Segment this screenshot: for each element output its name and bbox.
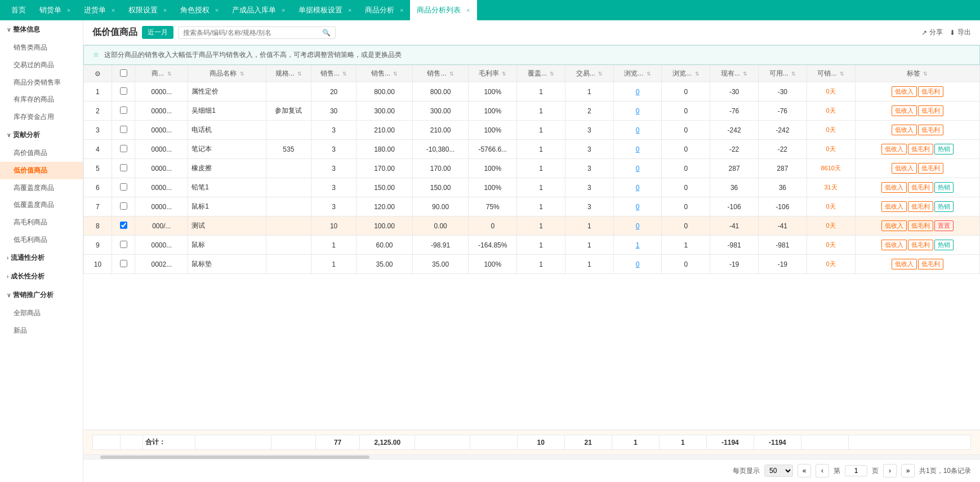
- stock-current-col-header[interactable]: 现有... ⇅: [710, 65, 759, 82]
- sidebar-item-new-products[interactable]: 新品: [0, 322, 83, 339]
- page-size-select[interactable]: 50 100 200: [764, 465, 793, 477]
- collapse-icon: ∨: [7, 132, 11, 138]
- sales-qty-col-header[interactable]: 销售... ⇅: [311, 65, 356, 82]
- row-coverage: 1: [517, 121, 565, 140]
- margin-col-header[interactable]: 毛利率 ⇅: [469, 65, 517, 82]
- sidebar-item-high-margin[interactable]: 高毛利商品: [0, 214, 83, 231]
- sidebar-item-low-margin[interactable]: 低毛利商品: [0, 231, 83, 249]
- settings-col-header[interactable]: ⚙: [84, 65, 112, 82]
- sidebar-item-high-coverage[interactable]: 高覆盖度商品: [0, 179, 83, 197]
- nav-product-in[interactable]: 产成品入库单 ×: [225, 0, 292, 20]
- page-number-input[interactable]: [845, 465, 867, 476]
- nav-role-auth[interactable]: 角色授权 ×: [173, 0, 225, 20]
- tags-col-header[interactable]: 标签 ⇅: [855, 65, 979, 82]
- row-select-checkbox[interactable]: [120, 183, 127, 191]
- first-page-button[interactable]: «: [798, 464, 811, 477]
- search-icon: 🔍: [322, 29, 331, 37]
- sidebar-item-low-coverage[interactable]: 低覆盖度商品: [0, 196, 83, 214]
- filter-recent-month-button[interactable]: 近一月: [142, 26, 173, 39]
- row-checkbox[interactable]: [112, 178, 135, 197]
- nav-permission-settings[interactable]: 权限设置 ×: [122, 0, 173, 20]
- code-col-header[interactable]: 商... ⇅: [135, 65, 188, 82]
- export-button[interactable]: ⬇ 导出: [950, 28, 971, 37]
- sidebar-item-sales-products[interactable]: 销售类商品: [0, 39, 83, 56]
- view1-link[interactable]: 0: [636, 222, 640, 230]
- close-icon[interactable]: ×: [112, 7, 115, 14]
- prev-page-button[interactable]: ‹: [816, 464, 829, 477]
- sidebar-item-all-products[interactable]: 全部商品: [0, 304, 83, 322]
- view2-col-header[interactable]: 浏览... ⇅: [662, 65, 710, 82]
- row-select-checkbox[interactable]: [120, 202, 127, 210]
- close-icon[interactable]: ×: [348, 7, 351, 14]
- sidebar-item-low-value[interactable]: 低价值商品: [0, 162, 83, 179]
- row-checkbox[interactable]: [112, 82, 135, 101]
- view1-link[interactable]: 0: [636, 88, 640, 96]
- nav-product-analysis[interactable]: 商品分析 ×: [358, 0, 410, 20]
- row-checkbox[interactable]: [112, 255, 135, 274]
- row-checkbox[interactable]: [112, 197, 135, 216]
- nav-product-analysis-list[interactable]: 商品分析列表 ×: [410, 0, 476, 20]
- row-select-checkbox[interactable]: [120, 126, 127, 133]
- row-checkbox[interactable]: [112, 159, 135, 178]
- view1-link[interactable]: 0: [636, 145, 640, 153]
- sidebar-item-stock-products[interactable]: 有库存的商品: [0, 91, 83, 108]
- row-checkbox[interactable]: [112, 236, 135, 255]
- row-select-checkbox[interactable]: [120, 87, 127, 95]
- row-checkbox[interactable]: [112, 140, 135, 159]
- stock-saleable-col-header[interactable]: 可销... ⇅: [807, 65, 855, 82]
- coverage-col-header[interactable]: 覆盖... ⇅: [517, 65, 565, 82]
- view1-link[interactable]: 0: [636, 107, 640, 115]
- next-page-button[interactable]: ›: [883, 464, 897, 477]
- close-icon[interactable]: ×: [400, 7, 403, 14]
- close-icon[interactable]: ×: [215, 7, 219, 14]
- table-wrapper[interactable]: ⚙ 商... ⇅ 商品名称 ⇅ 规格... ⇅ 销售... ⇅ 销售... ⇅ …: [83, 65, 980, 430]
- close-icon[interactable]: ×: [163, 7, 167, 14]
- select-all-checkbox[interactable]: [120, 69, 127, 77]
- tag-label: 热销: [934, 240, 954, 250]
- row-select-checkbox[interactable]: [120, 222, 127, 229]
- view1-link[interactable]: 0: [636, 203, 640, 211]
- sidebar-item-traded-products[interactable]: 交易过的商品: [0, 56, 83, 74]
- nav-home[interactable]: 首页: [5, 0, 33, 20]
- sidebar-item-high-value[interactable]: 高价值商品: [0, 144, 83, 162]
- stock-available-col-header[interactable]: 可用... ⇅: [758, 65, 807, 82]
- last-page-button[interactable]: »: [901, 464, 915, 477]
- sidebar-section-contribution[interactable]: ∨ 贡献分析: [0, 126, 83, 144]
- view1-link[interactable]: 0: [636, 165, 640, 173]
- sidebar-section-overall[interactable]: ∨ 整体信息: [0, 20, 83, 39]
- row-checkbox[interactable]: [112, 101, 135, 121]
- view1-link[interactable]: 0: [636, 260, 640, 268]
- close-icon[interactable]: ×: [282, 7, 285, 14]
- view1-link[interactable]: 0: [636, 184, 640, 192]
- sales-price-col-header[interactable]: 销售... ⇅: [412, 65, 469, 82]
- close-icon[interactable]: ×: [466, 7, 470, 14]
- sidebar-section-circulation[interactable]: › 流通性分析: [0, 249, 83, 267]
- row-num: 8: [84, 216, 112, 236]
- checkbox-col-header[interactable]: [112, 65, 135, 82]
- row-select-checkbox[interactable]: [120, 164, 127, 171]
- row-select-checkbox[interactable]: [120, 145, 127, 152]
- name-col-header[interactable]: 商品名称 ⇅: [188, 65, 266, 82]
- search-input[interactable]: [183, 29, 320, 37]
- view1-link[interactable]: 1: [636, 241, 640, 249]
- sidebar-section-marketing[interactable]: ∨ 营销推广分析: [0, 286, 83, 304]
- nav-template-settings[interactable]: 单据模板设置 ×: [292, 0, 358, 20]
- row-select-checkbox[interactable]: [120, 260, 127, 267]
- row-select-checkbox[interactable]: [120, 107, 127, 114]
- sales-amount-col-header[interactable]: 销售... ⇅: [357, 65, 413, 82]
- view1-link[interactable]: 0: [636, 126, 640, 134]
- trade-col-header[interactable]: 交易... ⇅: [565, 65, 613, 82]
- row-sales-qty: 10: [311, 216, 356, 236]
- close-icon[interactable]: ×: [67, 7, 70, 14]
- nav-purchase-order[interactable]: 进货单 ×: [77, 0, 122, 20]
- sidebar-item-stock-capital[interactable]: 库存资金占用: [0, 108, 83, 126]
- row-select-checkbox[interactable]: [120, 241, 127, 248]
- row-checkbox[interactable]: [112, 216, 135, 236]
- view1-col-header[interactable]: 浏览... ⇅: [613, 65, 662, 82]
- spec-col-header[interactable]: 规格... ⇅: [266, 65, 311, 82]
- sidebar-item-category-sales-rate[interactable]: 商品分类销售率: [0, 74, 83, 91]
- nav-sales-order[interactable]: 销货单 ×: [33, 0, 77, 20]
- row-checkbox[interactable]: [112, 121, 135, 140]
- share-button[interactable]: ↗ 分享: [921, 28, 943, 37]
- sidebar-section-growth[interactable]: › 成长性分析: [0, 267, 83, 286]
